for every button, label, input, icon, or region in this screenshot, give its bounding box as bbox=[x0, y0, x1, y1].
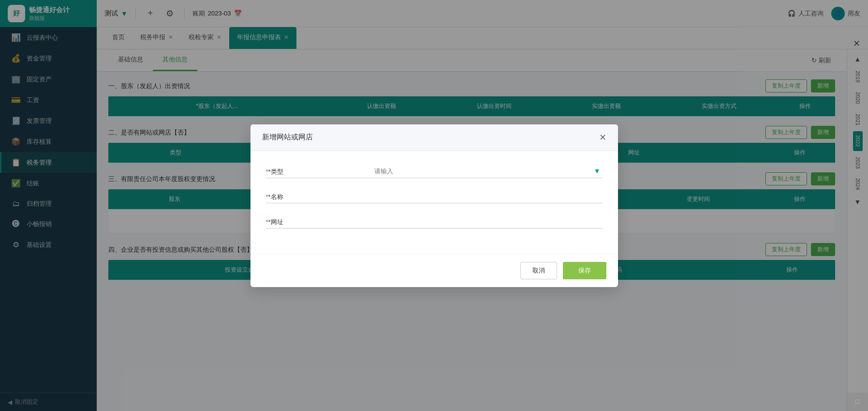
form-row-url: **网址 bbox=[266, 215, 603, 228]
modal-title: 新增网站或网店 bbox=[262, 133, 313, 142]
save-button[interactable]: 保存 bbox=[563, 262, 606, 279]
modal-add-website: 新增网站或网店 ✕ **类型 ▼ **名称 bbox=[250, 124, 618, 287]
type-input[interactable] bbox=[266, 165, 603, 178]
url-input-wrap: **网址 bbox=[266, 215, 603, 228]
watermark-text: Ci bbox=[855, 398, 860, 405]
form-row-type: **类型 ▼ bbox=[266, 165, 603, 178]
url-label: **网址 bbox=[266, 218, 283, 227]
dropdown-arrow-icon: ▼ bbox=[594, 167, 601, 175]
name-input-wrap: **名称 bbox=[266, 190, 603, 203]
name-label: **名称 bbox=[266, 193, 283, 201]
modal-overlay[interactable]: 新增网站或网店 ✕ **类型 ▼ **名称 bbox=[0, 0, 868, 411]
modal-footer: 取消 保存 bbox=[250, 254, 618, 287]
type-label: **类型 bbox=[266, 167, 283, 176]
form-row-name: **名称 bbox=[266, 190, 603, 203]
modal-close-button[interactable]: ✕ bbox=[599, 132, 606, 143]
name-input[interactable] bbox=[266, 190, 603, 203]
watermark-bar: Ci bbox=[847, 393, 868, 411]
url-input[interactable] bbox=[266, 215, 603, 228]
modal-body: **类型 ▼ **名称 **网址 bbox=[250, 151, 618, 254]
cancel-button[interactable]: 取消 bbox=[520, 262, 557, 279]
modal-header: 新增网站或网店 ✕ bbox=[250, 124, 618, 151]
type-input-wrap: **类型 ▼ bbox=[266, 165, 603, 178]
